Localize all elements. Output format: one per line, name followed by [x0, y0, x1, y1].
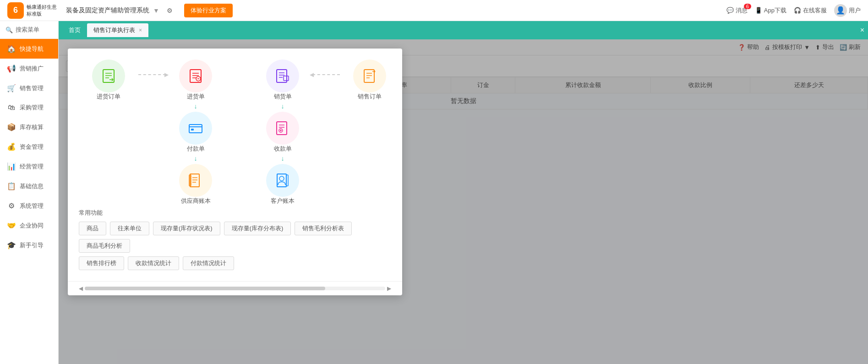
- svg-rect-21: [191, 129, 194, 130]
- func-btn-receipt-stat[interactable]: 收款情况统计: [128, 256, 179, 270]
- inventory-icon: 📦: [7, 123, 16, 131]
- sidebar-item-purchase[interactable]: 🛍 采购管理: [0, 98, 58, 117]
- func-btn-payment-stat[interactable]: 付款情况统计: [183, 256, 234, 270]
- sidebar-item-enterprise[interactable]: 🤝 企业协同: [0, 216, 58, 235]
- sidebar: 🔍 搜索菜单 🏠 快捷导航 📢 营销推广 🛒 销售管理 🛍 采购管理 📦: [0, 21, 59, 364]
- logo-text: 畅康通好生意 标准版: [27, 4, 57, 17]
- logo: 6 畅康通好生意 标准版: [7, 2, 66, 19]
- sidebar-item-guide[interactable]: 🎓 新手引导: [0, 235, 58, 255]
- purchase-bill-label: 进货单: [187, 92, 205, 101]
- modal-overlay: 进货订单 ▶: [59, 39, 868, 364]
- common-functions: 常用功能 商品 往来单位 现存量(库存状况表) 现存量(库存分布表) 销售毛利分…: [79, 209, 399, 270]
- sales-order-icon[interactable]: [353, 60, 386, 92]
- payment-bill-icon[interactable]: [179, 112, 212, 145]
- logo-icon: 6: [7, 2, 24, 19]
- page-content: ❓ 帮助 🖨 按模板打印 ▼ ⬆ 导出 🔄 刷新: [59, 39, 868, 364]
- svg-point-35: [279, 176, 284, 181]
- tab-close-icon[interactable]: ×: [139, 27, 142, 33]
- system-title-area: 装备及固定资产辅助管理系统 ▼ ⚙ 体验行业方案: [66, 4, 726, 17]
- receipt-bill-label: 收款单: [274, 145, 292, 153]
- func-btn-sales-rank[interactable]: 销售排行榜: [79, 256, 124, 270]
- scroll-thumb: [85, 287, 325, 290]
- gear-icon[interactable]: ⚙: [163, 4, 177, 17]
- search-menu-button[interactable]: 🔍 搜索菜单: [0, 21, 58, 39]
- sales-order-label: 销售订单: [358, 92, 382, 101]
- func-btn-stock-dist[interactable]: 现存量(库存分布表): [224, 222, 291, 235]
- func-btn-sales-gross[interactable]: 销售毛利分析表: [295, 222, 352, 235]
- payment-bill-label: 付款单: [187, 145, 205, 153]
- system-icon: ⚙: [7, 201, 16, 210]
- marketing-icon: 📢: [7, 64, 16, 73]
- sidebar-item-system[interactable]: ⚙ 系统管理: [0, 196, 58, 216]
- guide-icon: 🎓: [7, 241, 16, 250]
- purchase-order-icon[interactable]: [92, 60, 125, 92]
- receipt-bill-icon[interactable]: [266, 112, 299, 145]
- scroll-right-icon[interactable]: ▶: [387, 285, 391, 292]
- sidebar-item-basic[interactable]: 📋 基础信息: [0, 176, 58, 196]
- supplier-ledger-label: 供应商账本: [181, 197, 211, 205]
- operation-icon: 📊: [7, 162, 16, 171]
- finance-icon: 💰: [7, 142, 16, 151]
- download-icon: 📱: [755, 7, 762, 14]
- customer-ledger-icon[interactable]: [266, 164, 299, 197]
- scroll-left-icon[interactable]: ◀: [79, 285, 83, 292]
- func-buttons-row2: 销售排行榜 收款情况统计 付款情况统计: [79, 256, 399, 270]
- modal-dialog: 进货订单 ▶: [68, 49, 402, 295]
- content-area: 首页 销售订单执行表 × × ❓ 帮助 🖨: [59, 21, 868, 364]
- search-icon: 🔍: [5, 27, 13, 33]
- svg-rect-19: [189, 125, 202, 133]
- sales-bill-icon[interactable]: [266, 60, 299, 92]
- app-download-button[interactable]: 📱 App下载: [755, 6, 786, 15]
- message-badge: 6: [744, 4, 751, 9]
- online-service-button[interactable]: 🎧 在线客服: [794, 6, 827, 15]
- func-btn-partner[interactable]: 往来单位: [110, 222, 149, 235]
- tab-bar: 首页 销售订单执行表 × ×: [59, 21, 868, 39]
- func-btn-stock-status[interactable]: 现存量(库存状况表): [153, 222, 220, 235]
- tab-current[interactable]: 销售订单执行表 ×: [87, 23, 148, 37]
- experience-button[interactable]: 体验行业方案: [184, 4, 233, 17]
- svg-rect-28: [190, 174, 199, 187]
- avatar: 👤: [834, 4, 847, 17]
- sidebar-item-sales[interactable]: 🛒 销售管理: [0, 78, 58, 98]
- purchase-bill-icon[interactable]: [179, 60, 212, 92]
- svg-rect-34: [286, 175, 288, 186]
- system-title: 装备及固定资产辅助管理系统: [66, 6, 149, 15]
- home-icon: 🏠: [7, 44, 16, 53]
- svg-rect-22: [277, 122, 287, 135]
- purchase-icon: 🛍: [7, 103, 16, 112]
- func-btn-goods-gross[interactable]: 商品毛利分析: [79, 239, 130, 253]
- common-functions-title: 常用功能: [79, 209, 399, 217]
- func-btn-goods[interactable]: 商品: [79, 222, 106, 235]
- sidebar-item-finance[interactable]: 💰 资金管理: [0, 137, 58, 157]
- top-right-area: 💬 消息 6 📱 App下载 🎧 在线客服 👤 用户: [726, 4, 861, 17]
- sales-bill-label: 销货单: [274, 92, 292, 101]
- sidebar-item-inventory[interactable]: 📦 库存核算: [0, 117, 58, 137]
- basic-icon: 📋: [7, 182, 16, 190]
- user-button[interactable]: 👤 用户: [834, 4, 861, 17]
- modal-scrollbar: ◀ ▶: [68, 281, 402, 295]
- scroll-track[interactable]: [85, 287, 385, 290]
- dropdown-arrow-icon[interactable]: ▼: [153, 7, 159, 14]
- supplier-ledger-icon[interactable]: [179, 164, 212, 197]
- svg-rect-33: [277, 174, 286, 187]
- sidebar-item-operation[interactable]: 📊 经营管理: [0, 157, 58, 176]
- message-icon: 💬: [726, 7, 734, 14]
- message-button[interactable]: 💬 消息 6: [726, 6, 748, 15]
- enterprise-icon: 🤝: [7, 221, 16, 230]
- func-buttons-row1: 商品 往来单位 现存量(库存状况表) 现存量(库存分布表) 销售毛利分析表 商品…: [79, 222, 399, 253]
- tab-home[interactable]: 首页: [62, 23, 87, 37]
- tab-close-all-icon[interactable]: ×: [860, 26, 864, 34]
- service-icon: 🎧: [794, 7, 801, 14]
- sales-icon: 🛒: [7, 84, 16, 92]
- sidebar-item-marketing[interactable]: 📢 营销推广: [0, 59, 58, 78]
- sidebar-item-quick-nav[interactable]: 🏠 快捷导航: [0, 39, 58, 59]
- svg-rect-14: [284, 76, 289, 81]
- purchase-order-label: 进货订单: [97, 92, 120, 101]
- customer-ledger-label: 客户账本: [271, 197, 295, 205]
